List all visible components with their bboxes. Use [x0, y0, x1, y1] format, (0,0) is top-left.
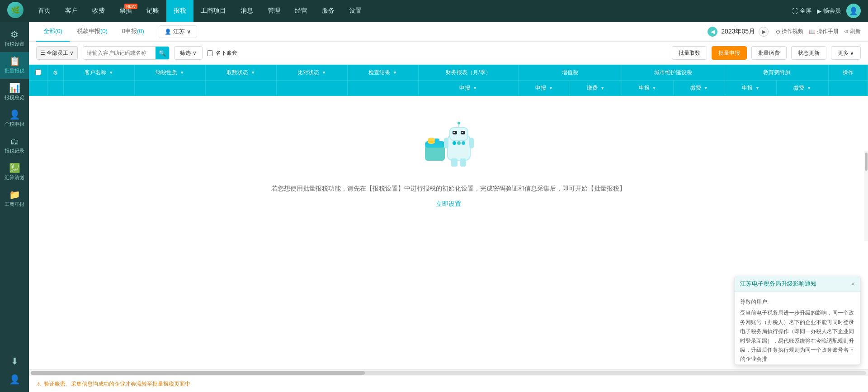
batch-tax-icon: 📋 [9, 57, 20, 66]
refresh-button[interactable]: ↺ 刷新 [844, 28, 861, 35]
region-selector[interactable]: 👤 江苏 ∨ [159, 25, 197, 38]
svg-point-16 [457, 141, 461, 145]
scrollbar-thumb[interactable] [31, 371, 365, 375]
subset-checkbox[interactable] [207, 50, 213, 56]
setup-now-link[interactable]: 立即设置 [436, 200, 461, 208]
sidebar-item-settlement[interactable]: 💹 汇算清缴 [0, 159, 29, 186]
nav-client[interactable]: 客户 [58, 0, 85, 22]
scrollbar-track [31, 371, 866, 375]
subset-checkbox-label[interactable]: 名下账套 [207, 49, 237, 57]
search-input[interactable] [83, 50, 156, 56]
page-scrollbar[interactable] [864, 151, 868, 241]
nav-management[interactable]: 管理 [260, 0, 288, 22]
batch-pay-button[interactable]: 批量缴费 [751, 46, 787, 60]
sub-city-pay: 缴费 ▼ [673, 81, 725, 96]
next-month-button[interactable]: ▶ [759, 27, 769, 37]
filter-check-icon[interactable]: ▼ [393, 70, 397, 75]
notification-text: 受当前电子税务局进一步升级的影响，同一个政务网账号（办税人）名下的企业不能再同时… [740, 308, 855, 363]
sidebar-item-tax-settings[interactable]: ⚙ 报税设置 [0, 25, 29, 52]
filter-edu-declare-icon[interactable]: ▼ [755, 86, 760, 91]
notification-header: 江苏电子税务局升级影响通知 × [735, 276, 860, 292]
svg-rect-20 [451, 158, 458, 167]
empty-state: 若您想使用批量报税功能，请先在【报税设置】中进行报税的初始化设置，完成密码验证和… [29, 96, 868, 232]
col-operation: 操作 [828, 65, 868, 81]
sidebar-item-tax-overview[interactable]: 📊 报税总览 [0, 79, 29, 105]
region-chevron-icon: ∨ [187, 28, 191, 35]
filter-edu-pay-icon[interactable]: ▼ [807, 86, 811, 91]
select-all-checkbox[interactable] [35, 69, 41, 75]
sidebar-item-batch-tax[interactable]: 📋 批量报税 [0, 52, 29, 79]
nav-service[interactable]: 服务 [315, 0, 342, 22]
tab-zero-declare[interactable]: 0申报 (0) [115, 22, 151, 42]
notification-title: 江苏电子税务局升级影响通知 [740, 280, 816, 288]
manual-link[interactable]: 📖 操作手册 [809, 28, 839, 35]
batch-declare-button[interactable]: 批量申报 [712, 46, 747, 60]
prev-month-button[interactable]: ◀ [708, 27, 717, 37]
employee-selector[interactable]: ☰ 全部员工 ∨ [36, 46, 78, 60]
search-button[interactable]: 🔍 [156, 46, 169, 60]
filter-taxtype-icon[interactable]: ▼ [180, 70, 184, 75]
month-navigator: ◀ 2023年05月 ▶ [708, 27, 769, 37]
sidebar-download[interactable]: ⬇ [0, 352, 29, 370]
notification-popup: 江苏电子税务局升级影响通知 × 尊敬的用户: 受当前电子税务局进一步升级的影响，… [734, 276, 861, 365]
filter-city-pay-icon[interactable]: ▼ [703, 86, 708, 91]
filter-fetch-icon[interactable]: ▼ [251, 70, 255, 75]
sidebar-item-annual-report[interactable]: 📁 工商年报 [0, 186, 29, 212]
sidebar-user[interactable]: 👤 [0, 370, 29, 388]
settings-icon: ⚙ [10, 30, 19, 39]
nav-home[interactable]: 首页 [31, 0, 58, 22]
sidebar: ⚙ 报税设置 📋 批量报税 📊 报税总览 👤 个税申报 🗂 报税记录 💹 汇算清… [0, 22, 29, 392]
sidebar-item-personal-tax[interactable]: 👤 个税申报 [0, 105, 29, 132]
video-tutorial-link[interactable]: ⊙ 操作视频 [776, 28, 803, 35]
filter-vat-declare-icon[interactable]: ▼ [548, 86, 553, 91]
svg-rect-11 [453, 132, 455, 133]
app-logo[interactable]: 🌿 [7, 2, 25, 20]
play-icon: ▶ [817, 8, 821, 14]
more-button[interactable]: 更多 ∨ [831, 46, 861, 60]
tab-tax-declare[interactable]: 税款申报 (0) [70, 22, 115, 42]
sub-edu-declare: 申报 ▼ [725, 81, 777, 96]
nav-invoice[interactable]: 票据 NEW [112, 0, 139, 22]
dropdown-icon: ∨ [70, 50, 74, 56]
nav-accounting[interactable]: 记账 [139, 0, 166, 22]
annual-icon: 📁 [9, 190, 20, 199]
filter-fin-declare-icon[interactable]: ▼ [473, 86, 477, 91]
notification-body: 尊敬的用户: 受当前电子税务局进一步升级的影响，同一个政务网账号（办税人）名下的… [735, 292, 860, 364]
filter-vat-pay-icon[interactable]: ▼ [600, 86, 605, 91]
svg-point-14 [458, 122, 460, 124]
col-fetch-status: 取数状态 ▼ [205, 65, 276, 81]
filter-client-icon[interactable]: ▼ [109, 70, 113, 75]
current-month: 2023年05月 [721, 28, 755, 36]
filter-city-declare-icon[interactable]: ▼ [652, 86, 656, 91]
col-vat-group: 增值税 [519, 65, 622, 81]
col-tax-type: 纳税性质 ▼ [134, 65, 205, 81]
col-financial-report-group: 财务报表（月/季） [418, 65, 518, 81]
nav-business[interactable]: 工商项目 [193, 0, 233, 22]
nav-message[interactable]: 消息 [233, 0, 260, 22]
col-client-name: 客户名称 ▼ [64, 65, 135, 81]
filter-compare-icon[interactable]: ▼ [322, 70, 326, 75]
batch-fetch-button[interactable]: 批量取数 [672, 46, 707, 60]
tab-actions: ⊙ 操作视频 📖 操作手册 ↺ 刷新 [776, 28, 861, 35]
horizontal-scrollbar[interactable] [29, 369, 868, 376]
nav-settings[interactable]: 设置 [342, 0, 369, 22]
nav-tax[interactable]: 报税 [166, 0, 193, 22]
svg-point-5 [428, 138, 435, 141]
fullscreen-button[interactable]: ⛶ 全屏 [792, 7, 811, 15]
nav-right-area: ⛶ 全屏 ▶ 畅会员 👤 [792, 4, 861, 18]
filter-button[interactable]: 筛选 ∨ [174, 46, 203, 60]
tab-all[interactable]: 全部 (0) [36, 22, 70, 42]
nav-menu: 首页 客户 收费 票据 NEW 记账 报税 工商项目 消息 管理 经营 服务 设… [31, 0, 792, 22]
sidebar-item-tax-records[interactable]: 🗂 报税记录 [0, 132, 29, 159]
column-settings-icon[interactable]: ⚙ [53, 70, 58, 76]
nav-operation[interactable]: 经营 [288, 0, 315, 22]
table-icon: ☰ [40, 50, 45, 56]
notification-close-button[interactable]: × [851, 280, 855, 287]
nav-billing[interactable]: 收费 [85, 0, 112, 22]
user-avatar[interactable]: 👤 [846, 4, 861, 18]
vip-member-button[interactable]: ▶ 畅会员 [817, 7, 841, 15]
col-city-construction-group: 城市维护建设税 [622, 65, 725, 81]
warning-icon: ⚠ [36, 381, 41, 387]
status-update-button[interactable]: 状态更新 [791, 46, 826, 60]
svg-rect-12 [462, 132, 463, 133]
